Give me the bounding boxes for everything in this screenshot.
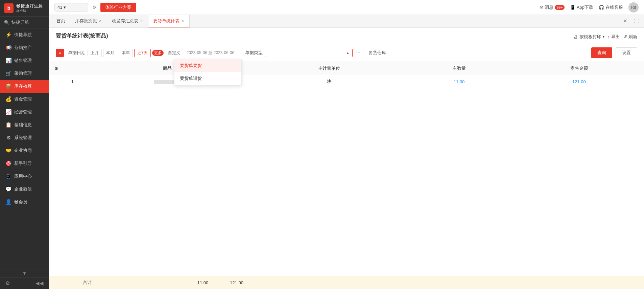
- sidebar-bottom: ⚙ ◀◀: [0, 277, 49, 289]
- marketing-icon: 📢: [5, 45, 11, 51]
- header-right: ✉ 消息 99+ 📱 App下载 🎧 在线客服 Rit: [540, 2, 639, 13]
- download-icon: 📱: [570, 5, 575, 10]
- message-icon: ✉: [540, 5, 543, 10]
- tab-close-all-icon[interactable]: ✕: [620, 16, 630, 26]
- tab-receive-summary-close[interactable]: ×: [140, 19, 143, 23]
- print-dropdown-icon: ▾: [603, 35, 604, 39]
- filter-area: » 单据日期 上月 本月 本年 近7天 更多 自定义 2023-05-06 至 …: [49, 44, 644, 62]
- tab-inventory-batch-close[interactable]: ×: [98, 19, 102, 23]
- sidebar-item-sales[interactable]: 📊 销售管理: [0, 54, 49, 67]
- set-button[interactable]: 设置: [616, 47, 637, 58]
- trial-button[interactable]: 体验行业方案: [100, 3, 136, 12]
- export-icon: ↑: [608, 34, 610, 39]
- date-btn-this-month[interactable]: 本月: [103, 49, 117, 57]
- guide-icon: 🎯: [5, 160, 11, 166]
- gear-icon[interactable]: ⚙: [54, 66, 58, 71]
- search-menu-item[interactable]: 🔍 快捷导航: [0, 17, 49, 28]
- user-avatar[interactable]: Rit: [628, 2, 639, 13]
- sidebar-item-finance[interactable]: 💰 资金管理: [0, 93, 49, 106]
- app-download-action[interactable]: 📱 App下载: [570, 4, 593, 10]
- sidebar-item-basic[interactable]: 📋 基础信息: [0, 118, 49, 131]
- sidebar-item-inventory[interactable]: 📦 库存核算: [0, 80, 49, 93]
- data-table-wrap: ⚙ 商品 主计量单位 主数量 零售金额: [49, 62, 644, 276]
- col-unit: 主计量单位: [254, 62, 404, 75]
- date-btn-last-month[interactable]: 上月: [88, 49, 102, 57]
- sidebar-item-guide[interactable]: 🎯 新手引导: [0, 157, 49, 170]
- date-btn-custom[interactable]: 自定义: [165, 49, 183, 57]
- date-more-badge[interactable]: 更多: [152, 50, 164, 56]
- nav-label-guide: 新手引导: [14, 160, 32, 166]
- type-select[interactable]: ▲: [265, 49, 353, 57]
- nav-label-wechat: 企业微信: [14, 186, 32, 192]
- refresh-action[interactable]: ↺ 刷新: [623, 34, 637, 40]
- dropdown-option-1[interactable]: 要货单退货: [174, 72, 241, 85]
- query-button[interactable]: 查询: [591, 47, 612, 58]
- nav-label-marketing: 营销推广: [14, 45, 32, 51]
- nav-label-appstore: 应用中心: [14, 173, 32, 179]
- dropdown-option-0[interactable]: 要货单要货: [174, 59, 241, 72]
- nav-label-system: 系统管理: [14, 135, 32, 141]
- sidebar-item-member[interactable]: 👤 畅会员: [0, 196, 49, 208]
- quantity-link[interactable]: 11.00: [454, 79, 465, 84]
- inventory-icon: 📦: [5, 83, 11, 89]
- sidebar-item-enterprise[interactable]: 🤝 企业协同: [0, 144, 49, 157]
- online-service-action[interactable]: 🎧 在线客服: [599, 4, 623, 10]
- filter-more-dots[interactable]: ···: [356, 50, 360, 56]
- date-btn-this-year[interactable]: 本年: [119, 49, 133, 57]
- app-version: 标准版: [16, 9, 43, 13]
- tab-receive-summary-label: 收发存汇总表: [112, 18, 138, 24]
- sidebar-item-marketing[interactable]: 📢 营销推广: [0, 41, 49, 54]
- footer-label: 合计: [49, 280, 130, 286]
- footer-retail-amount: 121.00: [220, 280, 254, 285]
- store-dropdown-icon: ▾: [64, 5, 66, 10]
- tab-inventory-batch[interactable]: 库存批次账 ×: [70, 15, 107, 27]
- sidebar-item-appstore[interactable]: 📱 应用中心: [0, 170, 49, 183]
- table-footer: 合计 11.00 121.00: [49, 276, 644, 289]
- tab-inventory-batch-label: 库存批次账: [75, 18, 97, 24]
- collapse-btn[interactable]: ◀◀: [35, 280, 44, 286]
- logo-icon: b: [4, 3, 14, 13]
- app-name: 畅捷通好生意: [16, 3, 43, 9]
- export-action[interactable]: ↑ 导出: [608, 34, 620, 40]
- sidebar-item-purchase[interactable]: 🛒 采购管理: [0, 67, 49, 80]
- sidebar-item-system[interactable]: ⚙ 系统管理: [0, 131, 49, 144]
- settings-btn[interactable]: ⚙: [5, 280, 10, 286]
- col-retail-amount: 零售金额: [514, 62, 644, 75]
- sidebar-item-quick-nav[interactable]: ⚡ 快捷导航: [0, 28, 49, 41]
- type-label: 单据类型: [245, 50, 263, 56]
- tab-requisition-stats[interactable]: 要货单统计表 ×: [148, 15, 190, 27]
- row-retail-amount[interactable]: 121.00: [514, 75, 644, 88]
- col-gear[interactable]: ⚙: [49, 62, 64, 75]
- print-template-action[interactable]: 🖨 按模板打印 ▾: [574, 34, 604, 40]
- nav-label-finance: 资金管理: [14, 96, 32, 102]
- date-label: 单据日期: [68, 50, 86, 56]
- nav-label-member: 畅会员: [14, 199, 27, 205]
- print-icon: 🖨: [574, 34, 578, 39]
- message-action[interactable]: ✉ 消息 99+: [540, 4, 565, 10]
- appstore-icon: 📱: [5, 173, 11, 179]
- page-actions: 🖨 按模板打印 ▾ ↑ 导出 ↺ 刷新: [574, 34, 638, 43]
- basic-icon: 📋: [5, 122, 11, 128]
- main-content: 41 ▾ ⚙ 体验行业方案 ✉ 消息 99+ 📱 App下载 🎧 在线客服 Ri…: [49, 0, 644, 289]
- retail-amount-link[interactable]: 121.00: [572, 79, 586, 84]
- search-icon: 🔍: [4, 20, 9, 25]
- warehouse-filter-group: 要货仓库: [368, 50, 386, 56]
- online-service-label: 在线客服: [605, 4, 623, 10]
- sidebar-item-wechat[interactable]: 💬 企业微信: [0, 183, 49, 196]
- store-selector[interactable]: 41 ▾: [54, 3, 88, 12]
- tab-receive-summary[interactable]: 收发存汇总表 ×: [107, 15, 148, 27]
- sidebar-scroll-down[interactable]: ▼: [0, 269, 49, 277]
- app-download-label: App下载: [577, 4, 593, 10]
- date-btn-7days[interactable]: 近7天: [134, 49, 151, 57]
- sidebar-logo: b 畅捷通好生意 标准版: [0, 0, 49, 17]
- settings-icon-header[interactable]: ⚙: [92, 5, 96, 10]
- tab-requisition-stats-close[interactable]: ×: [181, 19, 185, 23]
- data-table: ⚙ 商品 主计量单位 主数量 零售金额: [49, 62, 644, 88]
- tab-expand-icon[interactable]: ⛶: [632, 16, 641, 26]
- purchase-icon: 🛒: [5, 70, 11, 76]
- sidebar-item-operations[interactable]: 📈 经营管理: [0, 106, 49, 118]
- tab-home[interactable]: 首页: [52, 15, 70, 27]
- avatar-text: Rit: [631, 5, 636, 10]
- row-quantity[interactable]: 11.00: [404, 75, 514, 88]
- expand-filter-btn[interactable]: »: [56, 49, 64, 57]
